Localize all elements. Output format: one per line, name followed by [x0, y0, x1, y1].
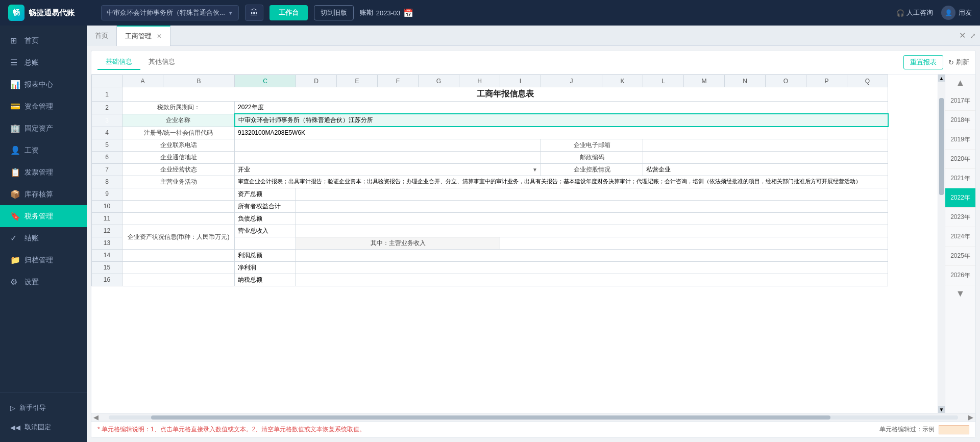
- row-num-1: 1: [92, 87, 122, 102]
- table-row: 11 负债总额: [92, 212, 888, 225]
- col-header-q[interactable]: Q: [847, 75, 888, 87]
- scroll-track[interactable]: [938, 82, 945, 406]
- main-biz-value[interactable]: 审查企业会计报表；出具审计报告；验证企业资本；出具验资报告；办理企业合开、分立、…: [235, 176, 888, 188]
- liabilities-value[interactable]: [296, 212, 888, 225]
- tab-industry[interactable]: 工商管理 ✕: [117, 26, 170, 46]
- col-header-h[interactable]: H: [459, 75, 500, 87]
- sidebar-item-tax[interactable]: 🔖 税务管理: [0, 205, 87, 227]
- refresh-button[interactable]: ↻ 刷新: [948, 58, 969, 67]
- horizontal-scrollbar[interactable]: ◀ ▶: [91, 413, 975, 421]
- year-2017[interactable]: 2017年: [945, 91, 975, 111]
- vertical-scrollbar[interactable]: ▲ ▼: [938, 75, 945, 413]
- new-guide-item[interactable]: ▷ 新手引导: [0, 398, 87, 418]
- sidebar-item-asset[interactable]: 🏢 固定资产: [0, 117, 87, 139]
- col-header-g[interactable]: G: [419, 75, 459, 87]
- year-2022[interactable]: 2022年: [945, 188, 975, 208]
- col-header-i[interactable]: I: [500, 75, 541, 87]
- year-2021[interactable]: 2021年: [945, 169, 975, 188]
- zip-value[interactable]: [643, 151, 888, 163]
- sidebar-label-tax: 税务管理: [24, 212, 53, 221]
- sidebar-item-invoice[interactable]: 📋 发票管理: [0, 161, 87, 183]
- scroll-left-btn[interactable]: ◀: [93, 413, 99, 421]
- home-icon: ⊞: [10, 36, 19, 45]
- scroll-up-btn[interactable]: ▲: [938, 75, 945, 82]
- tab-industry-label: 工商管理: [125, 32, 152, 41]
- col-header-o[interactable]: O: [766, 75, 806, 87]
- year-2025[interactable]: 2025年: [945, 247, 975, 266]
- equity-value[interactable]: [296, 200, 888, 212]
- row-num-4: 4: [92, 127, 122, 139]
- scroll-right-btn[interactable]: ▶: [968, 413, 973, 421]
- empty-15a: [122, 261, 235, 274]
- col-header-f[interactable]: F: [378, 75, 419, 87]
- toolbar-row: 基础信息 其他信息 重置报表 ↻ 刷新: [91, 51, 975, 75]
- sidebar-item-close[interactable]: ✓ 结账: [0, 227, 87, 249]
- col-header-l[interactable]: L: [643, 75, 684, 87]
- main-revenue-value[interactable]: [500, 237, 888, 249]
- col-header-b[interactable]: B: [163, 75, 235, 87]
- col-header-k[interactable]: K: [602, 75, 643, 87]
- year-up-btn[interactable]: ▲: [945, 75, 975, 91]
- reset-report-button[interactable]: 重置报表: [903, 55, 943, 69]
- subtabs: 基础信息 其他信息: [97, 55, 183, 70]
- expand-btn[interactable]: ⤢: [970, 32, 976, 40]
- sidebar-item-archive[interactable]: 📁 归档管理: [0, 249, 87, 271]
- col-header-a[interactable]: A: [122, 75, 163, 87]
- address-value[interactable]: [235, 151, 541, 163]
- col-header-j[interactable]: J: [541, 75, 602, 87]
- year-2018[interactable]: 2018年: [945, 111, 975, 130]
- sidebar-item-settings[interactable]: ⚙ 设置: [0, 271, 87, 293]
- company-icon-btn[interactable]: 🏛: [245, 5, 263, 21]
- sidebar-item-finance[interactable]: 💳 资金管理: [0, 95, 87, 117]
- ownership-value[interactable]: 私营企业: [643, 163, 888, 176]
- sheet-main[interactable]: A B C D E F G H I J K L: [91, 75, 938, 413]
- subtab-other[interactable]: 其他信息: [140, 55, 183, 70]
- year-2026[interactable]: 2026年: [945, 266, 975, 285]
- tab-close-icon[interactable]: ✕: [157, 33, 162, 40]
- company-selector[interactable]: 中审众环会计师事务所（特殊普通合伙... ▼: [101, 5, 239, 20]
- company-name-value[interactable]: 中审众环会计师事务所（特殊普通合伙）江苏分所: [235, 114, 888, 127]
- old-version-button[interactable]: 切到旧版: [314, 5, 354, 20]
- table-row: 15 净利润: [92, 261, 888, 274]
- col-header-p[interactable]: P: [806, 75, 847, 87]
- email-value[interactable]: [643, 139, 888, 151]
- tax-total-value[interactable]: [296, 274, 888, 286]
- col-header-c[interactable]: C: [235, 75, 296, 87]
- biz-status-value[interactable]: 开业 ▼: [235, 163, 541, 176]
- col-header-d[interactable]: D: [296, 75, 337, 87]
- sidebar-item-inventory[interactable]: 📦 库存核算: [0, 183, 87, 205]
- year-down-btn[interactable]: ▼: [945, 285, 975, 302]
- calendar-icon[interactable]: 📅: [403, 8, 413, 18]
- user-area[interactable]: 👤 用友: [941, 6, 972, 20]
- scroll-track-x[interactable]: [109, 415, 958, 420]
- sidebar-label-invoice: 发票管理: [24, 168, 53, 177]
- year-2020[interactable]: 2020年: [945, 150, 975, 169]
- col-header-e[interactable]: E: [337, 75, 378, 87]
- guide-label: 新手引导: [19, 403, 46, 412]
- year-2019[interactable]: 2019年: [945, 130, 975, 150]
- subtab-basic[interactable]: 基础信息: [97, 55, 140, 70]
- unpin-item[interactable]: ◀◀ 取消固定: [0, 418, 87, 437]
- close-tab-area-btn[interactable]: ✕: [959, 31, 966, 40]
- header-right: 🎧 人工咨询 👤 用友: [896, 6, 972, 20]
- tax-period-value[interactable]: 2022年度: [235, 102, 888, 114]
- reg-code-value[interactable]: 91320100MA208E5W6K: [235, 127, 888, 139]
- sidebar-label-settings: 设置: [24, 278, 39, 287]
- sidebar-item-report[interactable]: 📊 报表中心: [0, 73, 87, 95]
- year-2024[interactable]: 2024年: [945, 227, 975, 247]
- year-2023[interactable]: 2023年: [945, 208, 975, 227]
- tab-home[interactable]: 首页: [87, 26, 117, 46]
- sidebar-item-wage[interactable]: 👤 工资: [0, 139, 87, 161]
- profit-value[interactable]: [296, 249, 888, 261]
- sidebar-item-home[interactable]: ⊞ 首页: [0, 30, 87, 52]
- phone-value[interactable]: [235, 139, 541, 151]
- col-header-m[interactable]: M: [684, 75, 725, 87]
- support-button[interactable]: 🎧 人工咨询: [896, 8, 933, 17]
- revenue-value[interactable]: [296, 225, 888, 237]
- assets-value[interactable]: [296, 188, 888, 200]
- scroll-down-btn[interactable]: ▼: [938, 406, 945, 413]
- sidebar-item-ledger[interactable]: ☰ 总账: [0, 52, 87, 73]
- net-profit-value[interactable]: [296, 261, 888, 274]
- col-header-n[interactable]: N: [725, 75, 766, 87]
- workbench-button[interactable]: 工作台: [270, 5, 308, 20]
